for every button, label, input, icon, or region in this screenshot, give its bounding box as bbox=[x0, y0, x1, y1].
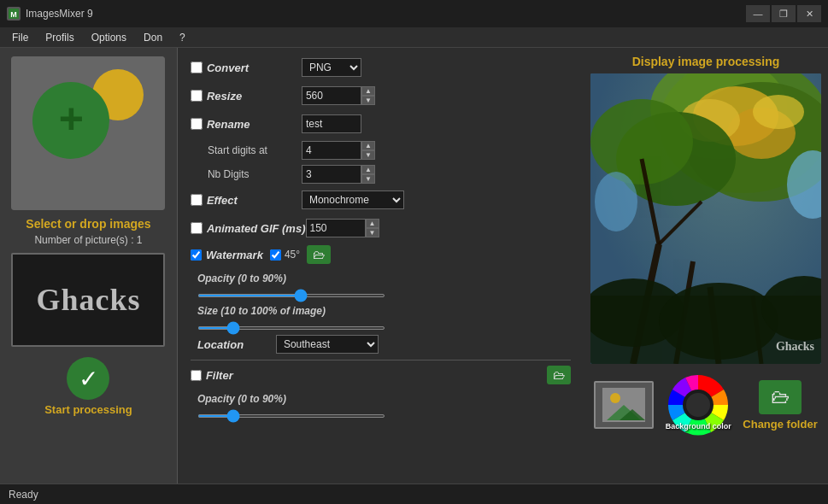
nb-digits-input[interactable] bbox=[302, 165, 361, 184]
opacity-slider[interactable] bbox=[197, 294, 385, 297]
start-digits-up[interactable]: ▲ bbox=[361, 141, 375, 150]
watermark-folder-icon[interactable]: 🗁 bbox=[307, 245, 331, 264]
menu-profils[interactable]: Profils bbox=[37, 30, 82, 45]
minimize-button[interactable]: — bbox=[746, 5, 770, 22]
angle-row: 45° bbox=[270, 249, 300, 261]
location-select[interactable]: Northwest North Northeast West Center Ea… bbox=[276, 335, 379, 354]
rename-checkbox[interactable] bbox=[191, 118, 203, 130]
menubar: File Profils Options Don ? bbox=[0, 27, 828, 48]
filter-label[interactable]: Filter bbox=[191, 369, 233, 382]
opacity-label: Opacity (0 to 90%) bbox=[197, 273, 571, 284]
green-circle: + bbox=[32, 82, 109, 159]
resize-input[interactable] bbox=[302, 86, 361, 105]
resize-up[interactable]: ▲ bbox=[361, 86, 375, 96]
svg-text:M: M bbox=[10, 10, 17, 19]
change-folder-area[interactable]: 🗁 Change folder bbox=[743, 380, 817, 431]
statusbar: Ready bbox=[0, 483, 828, 504]
left-panel: + Select or drop images Number of pictur… bbox=[0, 48, 178, 483]
opacity-container: Opacity (0 to 90%) bbox=[191, 270, 571, 302]
convert-checkbox[interactable] bbox=[191, 62, 203, 73]
start-digits-down[interactable]: ▼ bbox=[361, 150, 375, 160]
svg-point-26 bbox=[610, 393, 620, 403]
svg-point-10 bbox=[753, 95, 804, 129]
bg-color-label: Background color bbox=[666, 422, 731, 431]
nb-digits-label: Nb Digits bbox=[208, 168, 302, 180]
animated-gif-input[interactable] bbox=[306, 219, 366, 237]
animated-gif-spinbox: ▲ ▼ bbox=[306, 219, 379, 237]
thumbnail-preview[interactable] bbox=[594, 381, 654, 429]
maximize-button[interactable]: ❐ bbox=[772, 5, 796, 22]
close-button[interactable]: ✕ bbox=[797, 5, 821, 22]
picture-count: Number of picture(s) : 1 bbox=[34, 234, 142, 246]
status-text: Ready bbox=[9, 489, 38, 501]
display-title: Display image processing bbox=[632, 55, 780, 68]
start-digits-spinbox: ▲ ▼ bbox=[302, 141, 375, 160]
start-digits-input[interactable] bbox=[302, 141, 361, 160]
effect-checkbox[interactable] bbox=[191, 194, 203, 206]
start-label: Start processing bbox=[44, 403, 132, 416]
filter-folder-icon[interactable]: 🗁 bbox=[547, 366, 571, 384]
resize-checkbox[interactable] bbox=[191, 90, 203, 102]
size-label: Size (10 to 100% of image) bbox=[197, 305, 571, 317]
mid-panel: Convert PNG JPG BMP GIF TIFF Resize bbox=[178, 48, 584, 483]
resize-spinbox: ▲ ▼ bbox=[302, 86, 375, 105]
drop-area[interactable]: + bbox=[11, 56, 165, 210]
nb-digits-up[interactable]: ▲ bbox=[361, 165, 375, 174]
size-slider[interactable] bbox=[197, 326, 385, 330]
window-title: ImagesMixer 9 bbox=[26, 8, 746, 20]
animated-gif-label[interactable]: Animated GIF (ms) bbox=[191, 222, 306, 235]
divider bbox=[191, 360, 571, 360]
svg-point-30 bbox=[686, 393, 710, 417]
watermark-overlay: Ghacks bbox=[776, 340, 814, 354]
color-wheel[interactable]: Background color bbox=[664, 371, 732, 439]
watermark-row: Watermark 45° 🗁 bbox=[191, 245, 571, 264]
window-controls: — ❐ ✕ bbox=[746, 5, 821, 22]
animated-gif-up[interactable]: ▲ bbox=[366, 219, 379, 228]
convert-label[interactable]: Convert bbox=[191, 62, 302, 74]
watermark-preview: Ghacks bbox=[11, 253, 165, 347]
bottom-icons: Background color 🗁 Change folder bbox=[590, 371, 821, 439]
resize-label[interactable]: Resize bbox=[191, 90, 302, 103]
titlebar: M ImagesMixer 9 — ❐ ✕ bbox=[0, 0, 828, 27]
start-processing-area[interactable]: ✓ Start processing bbox=[44, 357, 132, 416]
animated-gif-row: Animated GIF (ms) ▲ ▼ bbox=[191, 217, 571, 239]
effect-label[interactable]: Effect bbox=[191, 194, 302, 207]
angle-label: 45° bbox=[285, 249, 300, 261]
watermark-checkbox[interactable] bbox=[191, 249, 202, 261]
plus-icon: + bbox=[59, 97, 84, 140]
svg-point-12 bbox=[590, 99, 693, 185]
filter-checkbox[interactable] bbox=[191, 370, 202, 381]
nb-digits-row: Nb Digits ▲ ▼ bbox=[191, 165, 571, 184]
rename-input[interactable] bbox=[302, 114, 361, 133]
filter-opacity-label: Opacity (0 to 90%) bbox=[197, 393, 571, 405]
filter-opacity-container: Opacity (0 to 90%) bbox=[191, 390, 571, 423]
nb-digits-down[interactable]: ▼ bbox=[361, 174, 375, 184]
menu-options[interactable]: Options bbox=[83, 30, 135, 45]
start-digits-row: Start digits at ▲ ▼ bbox=[191, 141, 571, 160]
filter-row: Filter 🗁 bbox=[191, 366, 571, 384]
convert-format-select[interactable]: PNG JPG BMP GIF TIFF bbox=[302, 58, 361, 77]
filter-opacity-slider[interactable] bbox=[197, 414, 385, 418]
nb-digits-spinbox: ▲ ▼ bbox=[302, 165, 375, 184]
change-folder-icon: 🗁 bbox=[759, 380, 802, 414]
effect-select[interactable]: Monochrome Sepia Blur Sharpen Negative bbox=[302, 190, 404, 209]
change-folder-label: Change folder bbox=[743, 418, 817, 431]
menu-don[interactable]: Don bbox=[135, 30, 171, 45]
animated-gif-down[interactable]: ▼ bbox=[366, 228, 379, 237]
watermark-label[interactable]: Watermark bbox=[191, 249, 263, 261]
angle-checkbox[interactable] bbox=[270, 249, 281, 261]
start-digits-label: Start digits at bbox=[208, 144, 302, 156]
resize-down[interactable]: ▼ bbox=[361, 96, 375, 105]
main-content: + Select or drop images Number of pictur… bbox=[0, 48, 828, 483]
right-panel: Display image processing bbox=[584, 48, 828, 483]
select-label[interactable]: Select or drop images bbox=[26, 217, 150, 231]
menu-help[interactable]: ? bbox=[171, 30, 194, 45]
animated-gif-checkbox[interactable] bbox=[191, 222, 203, 234]
convert-format-container: PNG JPG BMP GIF TIFF bbox=[302, 58, 361, 77]
location-row: Location Northwest North Northeast West … bbox=[191, 335, 571, 354]
app-icon: M bbox=[7, 7, 21, 21]
size-container: Size (10 to 100% of image) bbox=[191, 302, 571, 335]
rename-label[interactable]: Rename bbox=[191, 118, 302, 131]
menu-file[interactable]: File bbox=[3, 30, 37, 45]
effect-row: Effect Monochrome Sepia Blur Sharpen Neg… bbox=[191, 189, 571, 211]
